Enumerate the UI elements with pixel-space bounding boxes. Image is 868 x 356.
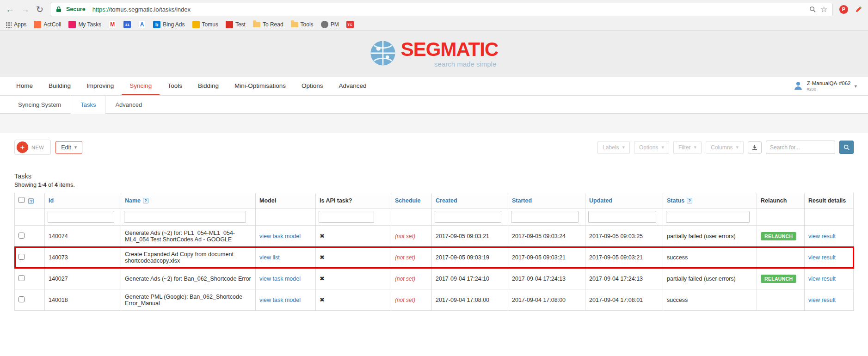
extension-pencil-icon[interactable] bbox=[855, 6, 862, 13]
row-checkbox[interactable] bbox=[18, 254, 25, 260]
bookmark-tomus[interactable]: Tomus bbox=[192, 21, 218, 28]
info-icon[interactable]: ? bbox=[143, 198, 148, 203]
col-header-id[interactable]: Id bbox=[45, 193, 121, 209]
options-dropdown[interactable]: Options ▾ bbox=[634, 141, 669, 154]
view-result-link[interactable]: view result bbox=[808, 297, 836, 303]
labels-dropdown[interactable]: Labels ▾ bbox=[597, 141, 630, 154]
filter-cell bbox=[508, 209, 585, 226]
view-task-model-link[interactable]: view task model bbox=[259, 297, 301, 303]
search-button[interactable] bbox=[839, 141, 854, 154]
col-header-status[interactable]: Status? bbox=[663, 193, 757, 209]
view-result-link[interactable]: view result bbox=[808, 276, 836, 282]
search-input[interactable] bbox=[766, 141, 835, 154]
bookmark-tc[interactable]: TC bbox=[346, 21, 354, 28]
bing-favicon-icon: b bbox=[153, 21, 160, 28]
status-cell: success bbox=[663, 289, 757, 311]
view-task-model-link[interactable]: view task model bbox=[259, 233, 301, 239]
subnav-item-advanced[interactable]: Advanced bbox=[105, 96, 152, 113]
bookmark-label: Tomus bbox=[202, 21, 218, 28]
edit-button[interactable]: Edit ▾ bbox=[55, 141, 82, 154]
info-icon[interactable]: ? bbox=[687, 198, 692, 203]
row-checkbox[interactable] bbox=[18, 296, 25, 302]
bookmark-to-read[interactable]: To Read bbox=[253, 21, 283, 28]
filter-cell bbox=[757, 209, 805, 226]
extension-p-icon[interactable]: P bbox=[839, 5, 848, 14]
result-cell: view result bbox=[805, 247, 854, 268]
info-icon[interactable]: ? bbox=[28, 198, 34, 204]
is-api-task-filter-input[interactable] bbox=[319, 211, 374, 223]
forward-icon: → bbox=[21, 5, 30, 14]
started-filter-input[interactable] bbox=[511, 211, 579, 223]
x-mark-icon: ✖ bbox=[320, 233, 325, 239]
col-label: Result details bbox=[808, 197, 846, 204]
col-header-started[interactable]: Started bbox=[508, 193, 585, 209]
globe-icon bbox=[370, 40, 396, 68]
nav-item-home[interactable]: Home bbox=[8, 77, 41, 95]
row-checkbox[interactable] bbox=[18, 275, 25, 281]
bookmark-test[interactable]: Test bbox=[226, 21, 246, 28]
view-task-model-link[interactable]: view task model bbox=[259, 276, 301, 282]
nav-item-syncing[interactable]: Syncing bbox=[122, 77, 160, 95]
page-title: Tasks bbox=[14, 172, 854, 180]
nav-item-mini-optimisations[interactable]: Mini-Optimisations bbox=[227, 77, 294, 95]
bookmark-my-tasks[interactable]: My Tasks bbox=[68, 21, 101, 28]
nav-item-tools[interactable]: Tools bbox=[160, 77, 190, 95]
col-header-created[interactable]: Created bbox=[432, 193, 508, 209]
select-cell bbox=[15, 226, 45, 247]
model-cell: view task model bbox=[256, 226, 316, 247]
bookmark-pm[interactable]: PM bbox=[321, 21, 339, 28]
back-icon[interactable]: ← bbox=[6, 5, 14, 14]
bookmark-actcoll[interactable]: ActColl bbox=[34, 21, 61, 28]
col-header-schedule[interactable]: Schedule bbox=[391, 193, 432, 209]
col-header-updated[interactable]: Updated bbox=[585, 193, 663, 209]
options-dropdown-label: Options bbox=[639, 144, 658, 151]
id-filter-input[interactable] bbox=[48, 211, 114, 223]
relaunch-button[interactable]: RELAUNCH bbox=[761, 275, 796, 283]
filter-dropdown[interactable]: Filter ▾ bbox=[673, 141, 702, 154]
view-result-link[interactable]: view result bbox=[808, 233, 836, 239]
bookmark-star-icon[interactable]: ☆ bbox=[820, 6, 828, 13]
relaunch-cell bbox=[757, 247, 805, 268]
refresh-icon[interactable]: ↻ bbox=[36, 5, 43, 14]
nav-item-improving[interactable]: Improving bbox=[79, 77, 122, 95]
name-filter-input[interactable] bbox=[124, 211, 246, 223]
col-label: Model bbox=[259, 197, 276, 204]
select-all-checkbox[interactable] bbox=[18, 197, 25, 203]
id-cell: 140074 bbox=[45, 226, 121, 247]
address-bar[interactable]: Secure https:// tomus.segmatic.io/tasks/… bbox=[50, 3, 833, 16]
subnav-item-tasks[interactable]: Tasks bbox=[71, 96, 105, 114]
x-mark-icon: ✖ bbox=[320, 296, 325, 303]
export-button[interactable] bbox=[748, 141, 762, 153]
bookmark-a[interactable]: A bbox=[138, 21, 146, 28]
name-cell: Generate PML (Google): Ban_062_Shortcode… bbox=[121, 289, 256, 311]
nav-item-advanced[interactable]: Advanced bbox=[331, 77, 375, 95]
bookmark-gmail[interactable]: M bbox=[109, 21, 116, 28]
bookmark-apps[interactable]: Apps bbox=[6, 21, 26, 28]
nav-item-building[interactable]: Building bbox=[41, 77, 79, 95]
created-filter-input[interactable] bbox=[435, 211, 501, 223]
bookmark-tools[interactable]: Tools bbox=[291, 21, 314, 28]
nav-item-bidding[interactable]: Bidding bbox=[190, 77, 227, 95]
subnav-item-syncing-system[interactable]: Syncing System bbox=[8, 96, 71, 113]
segmatic-logo[interactable]: SEGMATIC search made simple bbox=[370, 40, 499, 68]
zoom-icon[interactable] bbox=[809, 6, 817, 13]
model-cell: view task model bbox=[256, 268, 316, 289]
col-header-name[interactable]: Name? bbox=[121, 193, 256, 209]
columns-dropdown[interactable]: Columns ▾ bbox=[706, 141, 744, 154]
tomus-favicon-icon bbox=[192, 21, 200, 28]
view-result-link[interactable]: view result bbox=[808, 254, 836, 261]
user-menu[interactable]: Z-ManualQA-#062 #280 ▾ bbox=[793, 77, 860, 95]
relaunch-button[interactable]: RELAUNCH bbox=[761, 232, 796, 240]
view-list-link[interactable]: view list bbox=[259, 254, 280, 261]
row-checkbox[interactable] bbox=[18, 233, 25, 239]
bookmark-bing-ads[interactable]: b Bing Ads bbox=[153, 21, 185, 28]
new-button[interactable]: + NEW bbox=[14, 140, 51, 155]
nav-item-options[interactable]: Options bbox=[294, 77, 331, 95]
schedule-cell: (not set) bbox=[391, 268, 432, 289]
col-label: Updated bbox=[589, 197, 612, 204]
status-filter-input[interactable] bbox=[666, 211, 750, 223]
tasks-table: ? Id Name? Model Is API task? Schedule C… bbox=[14, 193, 854, 311]
updated-filter-input[interactable] bbox=[588, 211, 656, 223]
bookmark-calendar[interactable]: 31 bbox=[123, 21, 131, 28]
is-api-cell: ✖ bbox=[316, 226, 391, 247]
